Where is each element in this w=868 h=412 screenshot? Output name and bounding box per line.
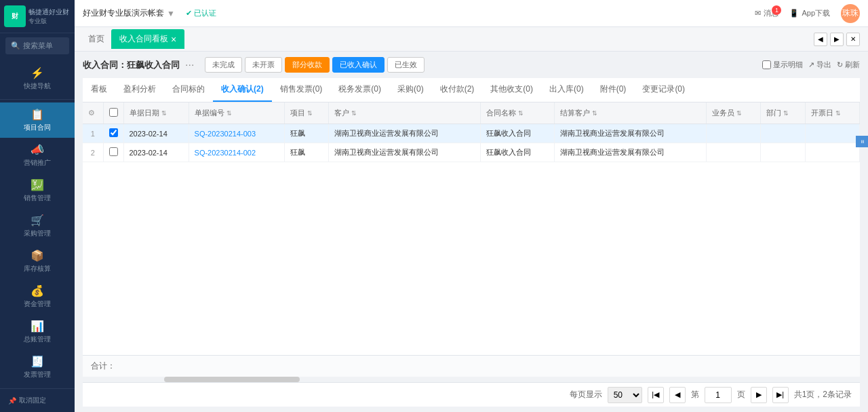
- project-column-header[interactable]: 项目 ⇅: [284, 102, 329, 124]
- status-partial-payment[interactable]: 部分收款: [285, 57, 330, 73]
- unpin-label: 取消固定: [19, 396, 46, 405]
- tab-tax-invoice[interactable]: 税务发票(0): [330, 78, 389, 102]
- show-detail-label: 显示明细: [773, 60, 803, 70]
- tab-warehouse[interactable]: 出入库(0): [541, 78, 592, 102]
- invoice-date-column-header[interactable]: 开票日 ⇅: [805, 102, 859, 124]
- row-num-2: 2: [83, 143, 103, 162]
- row-checkbox-1[interactable]: [103, 124, 123, 143]
- unpin-button[interactable]: 📌 取消固定: [4, 393, 71, 408]
- row-department-1: [761, 124, 806, 143]
- invoice-icon: 🧾: [31, 355, 44, 368]
- home-tab[interactable]: 首页: [83, 33, 110, 45]
- message-badge: 1: [772, 5, 781, 15]
- tab-sales-invoice[interactable]: 销售发票(0): [272, 78, 331, 102]
- show-detail-input[interactable]: [762, 60, 771, 69]
- table-row[interactable]: 2 2023-02-14 SQ-20230214-002 狂飙 湖南卫视商业运营…: [83, 143, 860, 162]
- current-page-input[interactable]: [705, 387, 732, 403]
- row-customer-2: 湖南卫视商业运营发展有限公司: [329, 143, 481, 162]
- status-not-complete[interactable]: 未完成: [205, 57, 242, 73]
- date-sort-icon: ⇅: [161, 110, 167, 117]
- sidebar-item-marketing[interactable]: 📣 营销推广: [0, 138, 75, 173]
- settlement-column-header[interactable]: 结算客户 ⇅: [555, 102, 707, 124]
- per-page-select[interactable]: 50 100 200: [608, 387, 642, 403]
- contract-name-column-header[interactable]: 合同名称 ⇅: [481, 102, 555, 124]
- customer-column-header[interactable]: 客户 ⇅: [329, 102, 481, 124]
- marketing-icon: 📣: [31, 143, 44, 156]
- tab-attachment[interactable]: 附件(0): [592, 78, 635, 102]
- refresh-button[interactable]: ↻ 刷新: [837, 60, 860, 70]
- company-selector[interactable]: 好业财专业版演示帐套 ▼: [83, 7, 175, 19]
- show-detail-checkbox[interactable]: 显示明细: [762, 60, 803, 70]
- table-header-row: ⚙ 单据日期 ⇅ 单据编号 ⇅ 项目 ⇅ 客户 ⇅ 合同名称 ⇅ 结算客户 ⇅ …: [83, 102, 860, 124]
- select-all-checkbox[interactable]: [109, 108, 118, 117]
- config-icon[interactable]: ⚙: [88, 109, 95, 117]
- tab-profit[interactable]: 盈利分析: [115, 78, 164, 102]
- tab-change-record[interactable]: 变更记录(0): [634, 78, 693, 102]
- header-actions: 显示明细 ↗ 导出 ↻ 刷新: [762, 60, 860, 70]
- more-options-button[interactable]: ···: [185, 59, 194, 71]
- sidebar-item-quick-nav[interactable]: ⚡ 快捷导航: [0, 61, 75, 96]
- table-row[interactable]: 1 2023-02-14 SQ-20230214-003 狂飙 湖南卫视商业运营…: [83, 124, 860, 143]
- status-confirmed[interactable]: 已收入确认: [332, 57, 384, 73]
- tab-close-button[interactable]: ✕: [846, 33, 860, 46]
- prev-page-button[interactable]: ◀: [669, 387, 686, 403]
- active-tab[interactable]: 收入合同看板 ×: [111, 29, 184, 49]
- close-tab-button[interactable]: ×: [171, 35, 176, 44]
- status-not-invoiced[interactable]: 未开票: [245, 57, 282, 73]
- salesperson-column-header[interactable]: 业务员 ⇅: [707, 102, 761, 124]
- tab-purchase[interactable]: 采购(0): [389, 78, 432, 102]
- row-department-2: [761, 143, 806, 162]
- row-project-2: 狂飙: [284, 143, 329, 162]
- unpin-icon: 📌: [8, 397, 16, 405]
- row-checkbox-2[interactable]: [103, 143, 123, 162]
- app-name: 畅捷通好业财: [28, 7, 69, 16]
- table-container: 看板 盈利分析 合同标的 收入确认(2) 销售发票(0) 税务发票(0) 采购(…: [83, 78, 860, 407]
- tab-income-confirm[interactable]: 收入确认(2): [213, 78, 272, 102]
- tab-payment[interactable]: 收付款(2): [432, 78, 483, 102]
- right-toolbar-button[interactable]: ≡: [856, 136, 868, 147]
- config-column-header: ⚙: [83, 102, 103, 124]
- purchase-icon: 🛒: [31, 214, 44, 227]
- sidebar-item-ledger[interactable]: 📊 总账管理: [0, 314, 75, 350]
- row-customer-1: 湖南卫视商业运营发展有限公司: [329, 124, 481, 143]
- sidebar-item-purchase[interactable]: 🛒 采购管理: [0, 208, 75, 244]
- status-effective[interactable]: 已生效: [387, 57, 425, 73]
- app-logo: 财 畅捷通好业财 专业版: [0, 0, 75, 33]
- tab-other-income[interactable]: 其他收支(0): [482, 78, 541, 102]
- scrollbar-thumb[interactable]: [164, 377, 300, 382]
- row-invoice-date-1: [805, 124, 859, 143]
- department-column-header[interactable]: 部门 ⇅: [761, 102, 806, 124]
- verified-check-icon: ✔: [186, 9, 192, 18]
- sidebar-item-sales[interactable]: 💹 销售管理: [0, 173, 75, 208]
- sidebar-item-fund[interactable]: 💰 资金管理: [0, 279, 75, 314]
- export-button[interactable]: ↗ 导出: [808, 60, 831, 70]
- app-download-button[interactable]: 📱 App下载: [789, 8, 830, 18]
- tab-prev-button[interactable]: ◀: [814, 33, 827, 46]
- date-column-header[interactable]: 单据日期 ⇅: [123, 102, 189, 124]
- topbar: 好业财专业版演示帐套 ▼ ✔ 已认证 ✉ 消息 1 📱 App下载 珠珠: [75, 0, 868, 27]
- sidebar-item-invoice[interactable]: 🧾 发票管理: [0, 350, 75, 385]
- quick-nav-icon: ⚡: [31, 67, 44, 79]
- quick-nav-label: 快捷导航: [24, 81, 51, 91]
- search-icon: 🔍: [11, 41, 20, 50]
- contract-header: 收入合同：狂飙收入合同 ··· 未完成 未开票 部分收款 已收入确认 已生效 显…: [83, 57, 860, 73]
- horizontal-scrollbar[interactable]: [83, 377, 860, 382]
- total-row: 合计：: [83, 355, 860, 377]
- row-project-1: 狂飙: [284, 124, 329, 143]
- sidebar-item-inventory[interactable]: 📦 库存核算: [0, 244, 75, 279]
- next-page-button[interactable]: ▶: [751, 387, 767, 403]
- checkbox-column-header: [103, 102, 123, 124]
- number-column-header[interactable]: 单据编号 ⇅: [189, 102, 284, 124]
- last-page-button[interactable]: ▶|: [772, 387, 789, 403]
- row-number-link-2[interactable]: SQ-20230214-002: [195, 149, 256, 157]
- sidebar-item-project[interactable]: 📋 项目合同: [0, 102, 75, 138]
- message-button[interactable]: ✉ 消息 1: [755, 8, 778, 18]
- row-number-link-1[interactable]: SQ-20230214-003: [195, 130, 256, 138]
- user-avatar[interactable]: 珠珠: [841, 4, 860, 23]
- tab-next-button[interactable]: ▶: [830, 33, 844, 46]
- main-content: 好业财专业版演示帐套 ▼ ✔ 已认证 ✉ 消息 1 📱 App下载 珠珠 首页 …: [75, 0, 868, 412]
- first-page-button[interactable]: |◀: [648, 387, 664, 403]
- tab-kanban[interactable]: 看板: [83, 78, 115, 102]
- tab-subject[interactable]: 合同标的: [164, 78, 213, 102]
- search-menu-button[interactable]: 🔍 搜索菜单: [5, 37, 69, 54]
